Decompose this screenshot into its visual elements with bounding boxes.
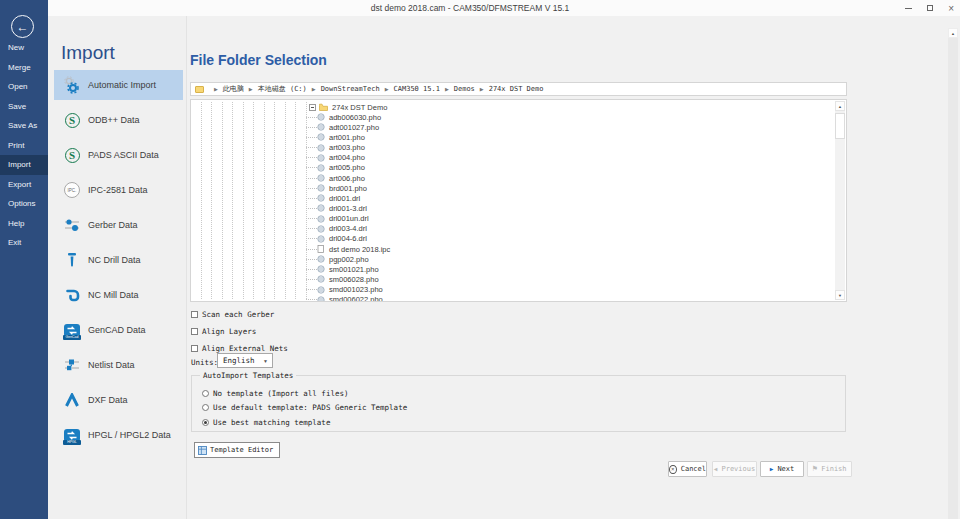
import-item-odb[interactable]: S ODB++ Data [54, 105, 183, 135]
tree-connector [306, 208, 317, 209]
sidebar-item-import[interactable]: Import [0, 155, 48, 175]
checkbox-icon[interactable] [191, 328, 198, 335]
tree-file-row[interactable]: adt001027.pho [191, 122, 833, 132]
import-item-nc-drill[interactable]: NC Drill Data [54, 245, 183, 275]
gerber-file-icon [317, 154, 325, 162]
collapse-icon[interactable] [309, 104, 316, 111]
checkbox-align-external-nets[interactable]: Align External Nets [191, 344, 288, 353]
tree-file-row[interactable]: drl001.drl [191, 193, 833, 203]
drill-bit-icon [62, 250, 82, 270]
import-item-pads[interactable]: S PADS ASCII Data [54, 140, 183, 170]
import-item-ipc2581[interactable]: IPC. IPC-2581 Data [54, 175, 183, 205]
radio-icon[interactable] [202, 404, 209, 411]
tree-connector [306, 178, 317, 179]
tree-file-row[interactable]: sm006028.pho [191, 274, 833, 284]
finish-button[interactable]: ⚑ Finish [807, 461, 852, 477]
import-item-gerber[interactable]: Gerber Data [54, 210, 183, 240]
window-controls: × [905, 0, 954, 16]
page-scrollbar[interactable]: ▲ [948, 28, 958, 519]
sidebar-item-open[interactable]: Open [0, 77, 48, 97]
tree-file-label: art006.pho [329, 174, 365, 183]
sidebar-item-help[interactable]: Help [0, 214, 48, 234]
previous-button[interactable]: ◀ Previous [712, 461, 757, 477]
minimize-button[interactable] [905, 8, 912, 9]
tree-file-row[interactable]: art005.pho [191, 163, 833, 173]
arrow-right-icon: ▶ [770, 466, 774, 472]
scrollbar-thumb[interactable] [835, 113, 845, 139]
tree-scrollbar[interactable]: ▲ ▼ [835, 101, 845, 300]
scroll-down-icon[interactable]: ▼ [835, 290, 845, 300]
tree-file-row[interactable]: art003.pho [191, 143, 833, 153]
cancel-button[interactable]: × Cancel [668, 461, 707, 477]
tree-file-row[interactable]: sm001021.pho [191, 264, 833, 274]
tree-file-label: adt001027.pho [329, 123, 379, 132]
import-item-automatic[interactable]: Automatic Import [54, 70, 183, 100]
import-item-nc-mill[interactable]: NC Mill Data [54, 280, 183, 310]
scroll-up-icon[interactable]: ▲ [948, 28, 958, 38]
close-button[interactable]: × [948, 4, 954, 13]
radio-no-template[interactable]: No template (Import all files) [202, 389, 348, 398]
import-item-dxf[interactable]: DXF Data [54, 385, 183, 415]
checkbox-align-layers[interactable]: Align Layers [191, 327, 256, 336]
sidebar-item-save[interactable]: Save [0, 97, 48, 117]
tree-connector [306, 299, 317, 300]
tree-folder-row[interactable]: 274x DST Demo [191, 102, 833, 112]
import-item-gencad[interactable]: GenCad GenCAD Data [54, 315, 183, 345]
breadcrumb-item[interactable]: 274x DST Demo [489, 85, 544, 93]
units-label: Units: [191, 358, 218, 367]
units-dropdown[interactable]: English ▼ [217, 353, 273, 368]
sidebar-item-options[interactable]: Options [0, 194, 48, 214]
sidebar-item-exit[interactable]: Exit [0, 233, 48, 253]
tree-file-row[interactable]: art001.pho [191, 132, 833, 142]
tree-file-row[interactable]: drl003-4.drl [191, 224, 833, 234]
tree-file-row[interactable]: art006.pho [191, 173, 833, 183]
radio-icon[interactable] [202, 390, 209, 397]
breadcrumb-item[interactable]: DownStreamTech [321, 85, 380, 93]
tree-connector [306, 269, 317, 270]
tree-file-row[interactable]: drl001-3.drl [191, 203, 833, 213]
radio-default-template[interactable]: Use default template: PADS Generic Templ… [202, 403, 407, 412]
next-button[interactable]: ▶ Next [760, 461, 804, 477]
drill-file-icon [317, 225, 325, 233]
breadcrumb-item[interactable]: 本地磁盘 (C:) [258, 84, 307, 94]
breadcrumb-item[interactable]: CAM350 15.1 [394, 85, 440, 93]
tree-file-row[interactable]: drl004-6.drl [191, 234, 833, 244]
checkbox-icon[interactable] [191, 311, 198, 318]
tree-file-row[interactable]: adb006030.pho [191, 112, 833, 122]
tree-file-row[interactable]: pgp002.pho [191, 254, 833, 264]
tree-file-row[interactable]: dst demo 2018.ipc [191, 244, 833, 254]
breadcrumb-item[interactable]: 此电脑 [223, 84, 244, 94]
radio-selected-icon[interactable] [202, 419, 209, 426]
button-label: Next [777, 465, 794, 473]
restore-button[interactable] [927, 5, 933, 11]
checkbox-scan-each-gerber[interactable]: Scan each Gerber [191, 310, 274, 319]
tree-file-row[interactable]: art004.pho [191, 153, 833, 163]
sliders-icon [62, 215, 82, 235]
gerber-file-icon [317, 174, 325, 182]
breadcrumb-item[interactable]: Demos [454, 85, 475, 93]
back-button[interactable]: ← [11, 15, 34, 38]
chevron-right-icon: ▶ [445, 86, 449, 92]
checkbox-icon[interactable] [191, 345, 198, 352]
chevron-down-icon: ▼ [263, 358, 268, 364]
radio-best-matching-template[interactable]: Use best matching template [202, 418, 330, 427]
mill-path-icon [62, 285, 82, 305]
sidebar-item-export[interactable]: Export [0, 175, 48, 195]
tree-file-row[interactable]: brd001.pho [191, 183, 833, 193]
tree-file-row[interactable]: smd001023.pho [191, 285, 833, 295]
template-editor-button[interactable]: Template Editor [194, 442, 280, 458]
import-item-netlist[interactable]: Netlist Data [54, 350, 183, 380]
scroll-up-icon[interactable]: ▲ [835, 101, 845, 111]
sidebar-item-new[interactable]: New [0, 38, 48, 58]
tree-file-row[interactable]: smd006022.pho [191, 295, 833, 302]
import-item-label: PADS ASCII Data [88, 150, 159, 160]
tree-file-row[interactable]: drl001un.drl [191, 214, 833, 224]
sidebar-item-merge[interactable]: Merge [0, 58, 48, 78]
breadcrumb[interactable]: ▶ 此电脑 ▶ 本地磁盘 (C:) ▶ DownStreamTech ▶ CAM… [190, 82, 847, 96]
import-item-hpgl[interactable]: HPGL HPGL / HPGL2 Data [54, 420, 183, 450]
tree-file-label: drl003-4.drl [329, 224, 367, 233]
gerber-file-icon [317, 144, 325, 152]
sidebar-item-save-as[interactable]: Save As [0, 116, 48, 136]
sidebar-item-print[interactable]: Print [0, 136, 48, 156]
chevron-right-icon: ▶ [385, 86, 389, 92]
